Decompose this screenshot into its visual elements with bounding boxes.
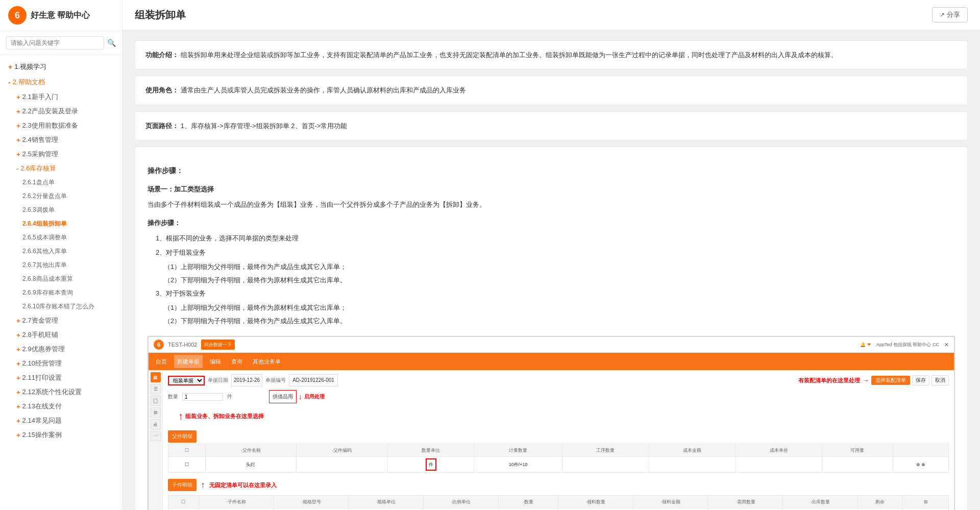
minus-icon: - bbox=[16, 165, 18, 173]
search-box: 🔍 bbox=[0, 31, 122, 55]
upper-td-name: 头灯 bbox=[205, 457, 296, 473]
plus-icon: + bbox=[16, 417, 20, 425]
search-button[interactable]: 🔍 bbox=[107, 39, 116, 47]
mock-type-select[interactable]: 组装单据 拆卸单据 bbox=[169, 377, 204, 384]
mock-nav-new[interactable]: 新建单据 bbox=[174, 355, 203, 368]
nav-child-211[interactable]: + 2.11打印设置 bbox=[0, 371, 122, 385]
mock-process-input[interactable]: 供借品用 bbox=[269, 390, 297, 403]
nav-child-26[interactable]: - 2.6库存核算 bbox=[0, 161, 122, 176]
nav-child-25[interactable]: + 2.5采购管理 bbox=[0, 147, 122, 161]
nav-grandchild-268[interactable]: 2.6.8商品成本重算 bbox=[0, 272, 122, 286]
nav-grandchild-266[interactable]: 2.6.6其他入库单 bbox=[0, 245, 122, 258]
scene-desc: 当由多个子件材料组装成一个成品的业务为【组装】业务，当由一个父件拆分成多个子产品… bbox=[148, 198, 955, 211]
annotation-process: 启用处理 bbox=[304, 392, 325, 402]
upper-td-checkbox: ☐ bbox=[168, 457, 206, 473]
ops-steps-title: 操作步骤： bbox=[148, 216, 955, 230]
step3: 3、对于拆装业务 bbox=[156, 287, 955, 300]
content-area: 功能介绍： 组装拆卸单用来处理企业组装或拆卸等加工业务，支持有固定装配清单的产品… bbox=[122, 30, 980, 510]
plus-icon: + bbox=[16, 317, 20, 325]
upper-th-cost-amt: 成本金额 bbox=[649, 444, 736, 457]
nav-grandchild-263[interactable]: 2.6.3调拨单 bbox=[0, 203, 122, 217]
lower-th-remain: 剩余 bbox=[857, 496, 902, 508]
mock-form-area: 组装单据 拆卸单据 单据日期 2019-12-26 单据编号 AD-201912… bbox=[163, 370, 954, 510]
app-logo: 6 bbox=[8, 6, 27, 25]
step2-1: （1）上部明细为父件明细，最终作为产成品生成其它入库单； bbox=[164, 260, 955, 274]
nav-child-213[interactable]: + 2.13在线支付 bbox=[0, 399, 122, 414]
sidebar-item-video[interactable]: + 1.视频学习 bbox=[0, 59, 122, 75]
red-arrow-right: → bbox=[862, 373, 869, 387]
plus-icon: + bbox=[16, 360, 20, 368]
upper-td-unit: 件 bbox=[387, 457, 474, 473]
sidebar-item-docs[interactable]: - 2.帮助文档 bbox=[0, 75, 122, 90]
nav-grandchild-2610[interactable]: 2.6.10库存账本错了怎么办 bbox=[0, 300, 122, 313]
nav-grandchild-269[interactable]: 2.6.9库存账本查询 bbox=[0, 286, 122, 300]
nav-child-212[interactable]: + 2.12系统个性化设置 bbox=[0, 385, 122, 399]
nav-grandchild-262[interactable]: 2.6.2分量盘点单 bbox=[0, 189, 122, 203]
upper-th-ops bbox=[893, 444, 948, 457]
mock-icon2[interactable]: ☰ bbox=[151, 384, 161, 394]
nav-child-28[interactable]: + 2.8手机旺铺 bbox=[0, 328, 122, 342]
collapse-icon: - bbox=[8, 78, 11, 86]
sidebar-item-label: 1.视频学习 bbox=[14, 62, 46, 71]
annotation-no-fixed: 无固定清单可以在这里录入 bbox=[209, 479, 277, 491]
nav-grandchild-264[interactable]: 2.6.4组装拆卸单 bbox=[0, 217, 122, 231]
mock-business-row: ↑ 组装业务、拆卸业务在这里选择 bbox=[168, 406, 949, 426]
nav-child-210[interactable]: + 2.10经营管理 bbox=[0, 356, 122, 371]
lower-th-name: ·子件名称 bbox=[199, 496, 274, 508]
mock-close-icon[interactable]: ✕ bbox=[944, 339, 949, 350]
nav-child-214[interactable]: + 2.14常见问题 bbox=[0, 414, 122, 428]
nav-grandchild-265[interactable]: 2.6.5成本调整单 bbox=[0, 231, 122, 245]
mock-cancel-btn[interactable]: 取消 bbox=[932, 375, 949, 385]
mock-qty-input[interactable] bbox=[182, 393, 223, 401]
upper-td-code bbox=[297, 457, 387, 473]
path-text: 1、库存核算->库存管理->组装拆卸单 2、首页->常用功能 bbox=[181, 122, 348, 130]
mock-icon5[interactable]: 🖨 bbox=[151, 419, 161, 429]
mock-nav-edit[interactable]: 编辑 bbox=[207, 355, 224, 368]
mock-nav-home[interactable]: 自页 bbox=[153, 355, 170, 368]
upper-td-available bbox=[822, 457, 893, 473]
screenshot-mockup: 6 TEST-H002 同步数据一下 🔔 ❤ AppTed 包括探线 帮助中心 … bbox=[148, 336, 955, 510]
nav-child-22[interactable]: + 2.2产品安装及登录 bbox=[0, 104, 122, 118]
mock-icon4[interactable]: ⊞ bbox=[151, 407, 161, 418]
mock-select-list-btn[interactable]: 选择装配清单 bbox=[871, 376, 910, 385]
mock-save-btn[interactable]: 保存 bbox=[912, 375, 929, 385]
plus-icon: + bbox=[16, 331, 20, 339]
nav-child-24[interactable]: + 2.4销售管理 bbox=[0, 133, 122, 147]
mock-icon3[interactable]: 📋 bbox=[151, 396, 161, 406]
lower-th-qty: ·数量 bbox=[498, 496, 558, 508]
lower-th-spec: ·规格型号 bbox=[274, 496, 349, 508]
mock-nav-other[interactable]: 其他业务单 bbox=[250, 355, 284, 368]
nav-child-23[interactable]: + 2.3使用前数据准备 bbox=[0, 118, 122, 133]
role-text: 通常由生产人员或库管人员完成拆装业务的操作，库管人员确认原材料的出库和产成品的入… bbox=[181, 86, 466, 94]
step1: 1、根据不同的业务，选择不同单据的类型来处理 bbox=[156, 232, 955, 245]
mock-navbar: 自页 新建单据 编辑 查询 其他业务单 bbox=[149, 353, 954, 370]
lower-th-need-qty: ·需用数量 bbox=[708, 496, 783, 508]
mock-qty-label: 数量 bbox=[168, 392, 178, 402]
grandchildren-26: 2.6.1盘点单 2.6.2分量盘点单 2.6.3调拨单 2.6.4组装拆卸单 … bbox=[0, 176, 122, 313]
share-icon: ↗ bbox=[940, 11, 945, 18]
nav-child-27[interactable]: + 2.7资金管理 bbox=[0, 313, 122, 328]
nav-child-29[interactable]: + 2.9优惠券管理 bbox=[0, 342, 122, 356]
search-input[interactable] bbox=[6, 36, 104, 50]
nav-grandchild-267[interactable]: 2.6.7其他出库单 bbox=[0, 258, 122, 272]
share-button[interactable]: ↗ 分享 bbox=[932, 7, 968, 22]
nav-grandchild-261[interactable]: 2.6.1盘点单 bbox=[0, 176, 122, 189]
annotation-business: 组装业务、拆卸业务在这里选择 bbox=[185, 410, 264, 422]
plus-icon: + bbox=[16, 431, 20, 439]
nav-child-21[interactable]: + 2.1新手入门 bbox=[0, 90, 122, 104]
mock-titlebar-right: 🔔 ❤ AppTed 包括探线 帮助中心 CC ✕ bbox=[860, 339, 949, 350]
mock-titlebar: 6 TEST-H002 同步数据一下 🔔 ❤ AppTed 包括探线 帮助中心 … bbox=[149, 337, 954, 353]
mock-nav-query[interactable]: 查询 bbox=[228, 355, 246, 368]
intro-label: 功能介绍： bbox=[145, 51, 179, 59]
plus-icon: + bbox=[16, 136, 20, 144]
annotation-top-text: 有装配清单的在这里处理 bbox=[798, 375, 860, 386]
mock-icon1[interactable]: ▦ bbox=[151, 372, 161, 382]
upper-td-qty: 10件/+10 bbox=[474, 457, 562, 473]
mock-icons: 🔔 ❤ bbox=[860, 340, 871, 349]
mock-upper-table: ☐ ·父件名称 ·父件编码 数量单位 计量数量 工序数量 成本金额 成本单价 可 bbox=[168, 444, 949, 473]
step3-2: （2）下部明细为子件明细，最终作为产成品生成其它入库单。 bbox=[164, 314, 955, 328]
mock-icon6[interactable]: ⋯ bbox=[151, 431, 161, 441]
sidebar-header: 6 好生意 帮助中心 bbox=[0, 0, 122, 31]
nav-child-215[interactable]: + 2.15操作案例 bbox=[0, 428, 122, 442]
plus-icon: + bbox=[16, 108, 20, 115]
